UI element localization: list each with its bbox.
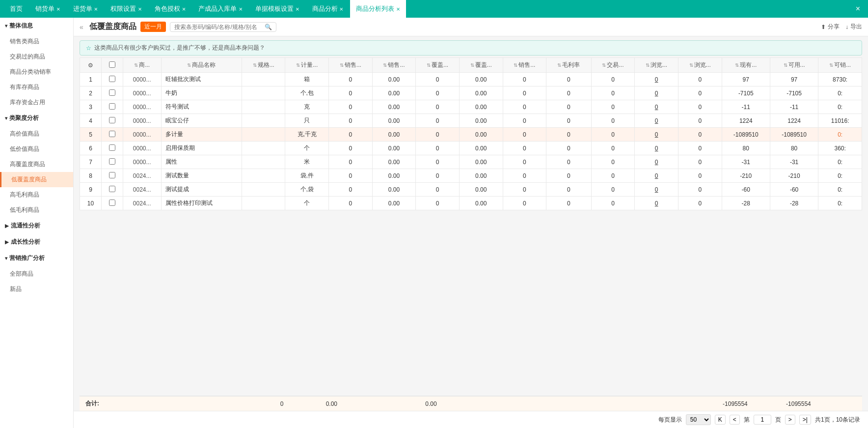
sidebar-item-low-value[interactable]: 低价值商品 — [0, 142, 73, 157]
row-current: 1224 — [722, 114, 770, 128]
th-current[interactable]: 现有... — [722, 58, 770, 73]
sidebar-item-all-goods[interactable]: 全部商品 — [0, 266, 73, 282]
sidebar-item-traded-goods[interactable]: 交易过的商品 — [0, 49, 73, 64]
sidebar-section-growth[interactable]: ▶ 成长性分析 — [0, 234, 73, 250]
nav-purchase-order[interactable]: 进货单 × — [67, 0, 104, 18]
sidebar-item-category-turnover[interactable]: 商品分类动销率 — [0, 64, 73, 80]
row-view1[interactable]: 0 — [635, 73, 678, 86]
th-name[interactable]: 商品名称 — [161, 58, 242, 73]
sidebar-item-stock-capital[interactable]: 库存资金占用 — [0, 95, 73, 110]
th-spec[interactable]: 规格... — [242, 58, 285, 73]
row-spec — [242, 183, 285, 197]
export-button[interactable]: ↓ 导出 — [845, 23, 862, 31]
share-button[interactable]: ⬆ 分享 — [821, 23, 840, 31]
select-all-checkbox[interactable] — [109, 61, 115, 68]
row-view1[interactable]: 0 — [635, 128, 678, 142]
chevron-right-icon: ▶ — [5, 239, 9, 245]
row-checkbox[interactable] — [102, 183, 123, 197]
nav-role-auth[interactable]: 角色授权 × — [149, 0, 192, 18]
sidebar-item-new-goods[interactable]: 新品 — [0, 282, 73, 297]
sidebar-section-marketing[interactable]: ▾ 营销推广分析 — [0, 250, 73, 266]
nav-goods-analysis-list[interactable]: 商品分析列表 × — [350, 0, 406, 18]
row-cover2: 0.00 — [459, 114, 503, 128]
per-page-select[interactable]: 50 10 20 100 — [686, 414, 711, 425]
page-input[interactable] — [754, 415, 771, 425]
th-available[interactable]: 可用... — [770, 58, 818, 73]
total-sale-amt: 0.00 — [304, 400, 359, 407]
close-all-tabs[interactable]: × — [852, 4, 864, 13]
row-view1[interactable]: 0 — [635, 142, 678, 155]
row-code: 0000... — [123, 73, 161, 86]
sidebar-item-stocked-goods[interactable]: 有库存商品 — [0, 80, 73, 95]
sidebar-collapse-button[interactable]: « — [80, 23, 83, 31]
row-select-checkbox[interactable] — [109, 76, 115, 82]
row-checkbox[interactable] — [102, 100, 123, 114]
row-view1[interactable]: 0 — [635, 114, 678, 128]
row-unit: 克,千克 — [285, 128, 329, 142]
row-select-checkbox[interactable] — [109, 103, 115, 110]
row-select-checkbox[interactable] — [109, 131, 115, 137]
th-settings[interactable]: ⚙ — [80, 58, 102, 73]
nav-goods-analysis[interactable]: 商品分析 × — [306, 0, 350, 18]
nav-sales-order[interactable]: 销货单 × — [29, 0, 66, 18]
row-select-checkbox[interactable] — [109, 200, 115, 206]
th-unit[interactable]: 计量... — [285, 58, 329, 73]
row-num: 10 — [80, 197, 102, 210]
nav-permission-settings[interactable]: 权限设置 × — [105, 0, 148, 18]
prev-page-button[interactable]: < — [730, 415, 740, 425]
sidebar-item-low-coverage[interactable]: 低覆盖度商品 — [0, 172, 73, 187]
sidebar-item-high-coverage[interactable]: 高覆盖度商品 — [0, 157, 73, 172]
th-view2[interactable]: 浏览... — [678, 58, 722, 73]
th-cover2[interactable]: 覆盖... — [459, 58, 503, 73]
row-checkbox[interactable] — [102, 73, 123, 86]
row-select-checkbox[interactable] — [109, 144, 115, 151]
next-page-button[interactable]: > — [785, 415, 795, 425]
search-icon[interactable]: 🔍 — [265, 24, 272, 30]
th-gross-rate[interactable]: 毛利率 — [546, 58, 592, 73]
nav-home[interactable]: 首页 — [4, 0, 28, 18]
row-checkbox[interactable] — [102, 114, 123, 128]
row-view1[interactable]: 0 — [635, 86, 678, 100]
nav-finished-goods[interactable]: 产成品入库单 × — [192, 0, 248, 18]
sidebar-item-high-margin[interactable]: 高毛利商品 — [0, 187, 73, 202]
row-select-checkbox[interactable] — [109, 89, 115, 96]
th-sale-amt[interactable]: 销售... — [372, 58, 416, 73]
sidebar-section-cluster[interactable]: ▾ 类聚度分析 — [0, 110, 73, 126]
row-name: 启用保质期 — [161, 142, 242, 155]
row-view1[interactable]: 0 — [635, 197, 678, 210]
th-trade[interactable]: 交易... — [591, 58, 635, 73]
th-sale-qty2[interactable]: 销售... — [503, 58, 546, 73]
th-cover1[interactable]: 覆盖... — [416, 58, 460, 73]
row-checkbox[interactable] — [102, 142, 123, 155]
sidebar-section-overview[interactable]: ▾ 整体信息 — [0, 18, 73, 34]
row-select-checkbox[interactable] — [109, 117, 115, 123]
row-checkbox[interactable] — [102, 128, 123, 142]
th-view1[interactable]: 浏览... — [635, 58, 678, 73]
row-view1[interactable]: 0 — [635, 169, 678, 183]
sidebar-item-sales-goods[interactable]: 销售类商品 — [0, 34, 73, 49]
th-saleable[interactable]: 可销... — [818, 58, 862, 73]
th-sale-qty[interactable]: 销售... — [329, 58, 373, 73]
th-code[interactable]: 商... — [123, 58, 161, 73]
row-checkbox[interactable] — [102, 155, 123, 169]
first-page-button[interactable]: K — [715, 415, 726, 425]
row-view1[interactable]: 0 — [635, 155, 678, 169]
time-filter-button[interactable]: 近一月 — [140, 22, 166, 32]
row-checkbox[interactable] — [102, 169, 123, 183]
row-view1[interactable]: 0 — [635, 183, 678, 197]
search-input[interactable] — [174, 24, 263, 30]
row-checkbox[interactable] — [102, 86, 123, 100]
row-sale-qty: 0 — [329, 169, 373, 183]
sidebar-item-high-value[interactable]: 高价值商品 — [0, 126, 73, 142]
row-select-checkbox[interactable] — [109, 172, 115, 178]
row-saleable: 0: — [818, 100, 862, 114]
sidebar-item-low-margin[interactable]: 低毛利商品 — [0, 202, 73, 218]
row-select-checkbox[interactable] — [109, 158, 115, 165]
last-page-button[interactable]: >| — [799, 415, 811, 425]
row-view1[interactable]: 0 — [635, 100, 678, 114]
row-select-checkbox[interactable] — [109, 186, 115, 192]
sidebar-section-liquidity[interactable]: ▶ 流通性分析 — [0, 218, 73, 234]
nav-template-settings[interactable]: 单据模板设置 × — [249, 0, 305, 18]
row-cover1: 0 — [416, 100, 460, 114]
row-checkbox[interactable] — [102, 197, 123, 210]
